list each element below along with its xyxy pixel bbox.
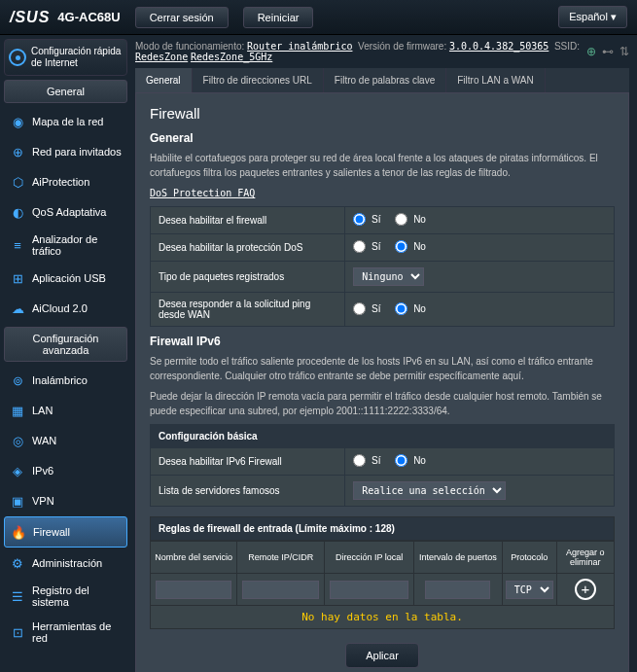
main: Modo de funcionamiento: Router inalámbri… xyxy=(131,35,637,672)
ipv6fw-no[interactable]: No xyxy=(395,454,426,467)
sidebar-icon: 🔥 xyxy=(10,523,27,541)
no-data-msg: No hay datos en la tabla. xyxy=(151,606,615,629)
tab-filtro-de-palabras-clave[interactable]: Filtro de palabras clave xyxy=(324,68,446,92)
sidebar-item-lan[interactable]: ▦LAN xyxy=(4,396,127,425)
sidebar-icon: ⊡ xyxy=(9,623,26,641)
famous-servers-select[interactable]: Realice una selección xyxy=(353,481,506,500)
apply-button[interactable]: Aplicar xyxy=(345,643,419,668)
ipv6fw-yes[interactable]: Sí xyxy=(353,454,380,467)
sidebar-icon: ◐ xyxy=(9,203,26,221)
add-rule-button[interactable]: + xyxy=(575,579,596,600)
sidebar: Configuración rápida de Internet General… xyxy=(0,35,131,672)
sidebar-icon: ▦ xyxy=(9,402,26,419)
sidebar-item-administración[interactable]: ⚙Administración xyxy=(4,548,127,578)
reboot-button[interactable]: Reiniciar xyxy=(243,7,314,28)
firewall-settings-table: Desea habilitar el firewall Sí No Desea … xyxy=(150,206,615,327)
sidebar-item-registro-del-sistema[interactable]: ☰Registro del sistema xyxy=(4,579,127,614)
dos-no[interactable]: No xyxy=(395,240,426,253)
info-bar: Modo de funcionamiento: Router inalámbri… xyxy=(135,39,629,68)
inbound-rules: Reglas de firewall de entrada (Límite má… xyxy=(150,516,615,629)
sidebar-icon: ≡ xyxy=(9,236,26,254)
logo: /SUS xyxy=(10,9,50,26)
sidebar-item-ipv6[interactable]: ◈IPv6 xyxy=(4,456,127,485)
section-ipv6-head: Firewall IPv6 xyxy=(150,335,615,348)
sidebar-item-aiprotection[interactable]: ⬡AiProtection xyxy=(4,167,127,196)
sidebar-item-aplicación-usb[interactable]: ⊞Aplicación USB xyxy=(4,264,127,293)
rule-remote-input[interactable] xyxy=(242,581,319,599)
content: Firewall General Habilite el cortafuegos… xyxy=(135,93,629,672)
log-packets-select[interactable]: Ninguno xyxy=(353,267,424,286)
section-general-head: General xyxy=(150,131,615,145)
fw-enable-no[interactable]: No xyxy=(395,213,426,226)
ping-no[interactable]: No xyxy=(395,302,426,315)
sidebar-item-analizador-de-tráfico[interactable]: ≡Analizador de tráfico xyxy=(4,228,127,263)
rule-proto-select[interactable]: TCP xyxy=(506,581,553,599)
sidebar-icon: ◉ xyxy=(9,113,26,130)
tab-filtro-lan-a-wan[interactable]: Filtro LAN a WAN xyxy=(446,68,546,92)
sidebar-item-mapa-de-la-red[interactable]: ◉Mapa de la red xyxy=(4,107,127,136)
sidebar-icon: ◎ xyxy=(9,432,26,449)
sidebar-item-firewall[interactable]: 🔥Firewall xyxy=(4,516,127,548)
sidebar-icon: ⊕ xyxy=(9,143,26,160)
sidebar-item-wan[interactable]: ◎WAN xyxy=(4,426,127,455)
general-desc: Habilite el cortafuegos para proteger su… xyxy=(150,151,615,180)
sidebar-item-vpn[interactable]: ▣VPN xyxy=(4,486,127,515)
logout-button[interactable]: Cerrar sesión xyxy=(135,7,229,28)
page-title: Firewall xyxy=(150,105,615,122)
ssid1-link[interactable]: RedesZone xyxy=(135,52,188,62)
sidebar-icon: ◈ xyxy=(9,462,26,479)
tab-general[interactable]: General xyxy=(135,68,193,92)
rule-service-input[interactable] xyxy=(156,581,231,599)
sidebar-item-herramientas-de-red[interactable]: ⊡Herramientas de red xyxy=(4,615,127,650)
rule-ports-input[interactable] xyxy=(425,581,490,599)
ipv6-basic-table: Configuración básica Desea habilitar IPv… xyxy=(150,424,615,507)
sidebar-icon: ⬡ xyxy=(9,173,26,191)
rule-local-input[interactable] xyxy=(330,581,408,599)
fw-enable-yes[interactable]: Sí xyxy=(353,213,380,226)
dos-faq-link[interactable]: DoS Protection FAQ xyxy=(150,188,255,198)
tabs: GeneralFiltro de direcciones URLFiltro d… xyxy=(135,68,629,93)
language-select[interactable]: Español ▾ xyxy=(558,6,627,28)
quick-icon xyxy=(9,49,26,66)
model: 4G-AC68U xyxy=(57,10,120,24)
dos-yes[interactable]: Sí xyxy=(353,240,380,253)
quick-setup[interactable]: Configuración rápida de Internet xyxy=(4,39,127,76)
header: /SUS 4G-AC68U Cerrar sesión Reiniciar Es… xyxy=(0,0,637,35)
tab-filtro-de-direcciones-url[interactable]: Filtro de direcciones URL xyxy=(193,68,324,92)
sidebar-item-qos-adaptativa[interactable]: ◐QoS Adaptativa xyxy=(4,197,127,227)
sidebar-icon: ⊚ xyxy=(9,371,26,389)
sidebar-icon: ☁ xyxy=(9,300,26,317)
sidebar-item-aicloud-2.0[interactable]: ☁AiCloud 2.0 xyxy=(4,294,127,323)
sidebar-icon: ⚙ xyxy=(9,554,26,572)
status-icons: ⊕⊷⇅ xyxy=(586,45,629,58)
sidebar-item-red-para-invitados[interactable]: ⊕Red para invitados xyxy=(4,137,127,166)
sidebar-item-inalámbrico[interactable]: ⊚Inalámbrico xyxy=(4,366,127,395)
op-mode-link[interactable]: Router inalámbrico xyxy=(247,41,352,52)
ping-yes[interactable]: Sí xyxy=(353,302,380,315)
sidebar-general-head: General xyxy=(4,80,127,103)
ssid2-link[interactable]: RedesZone_5GHz xyxy=(191,52,272,62)
sidebar-advanced-head: Configuración avanzada xyxy=(4,327,127,362)
sidebar-icon: ⊞ xyxy=(9,269,26,287)
sidebar-icon: ▣ xyxy=(9,492,26,510)
sidebar-icon: ☰ xyxy=(9,587,26,605)
fw-link[interactable]: 3.0.0.4.382_50365 xyxy=(449,41,549,52)
